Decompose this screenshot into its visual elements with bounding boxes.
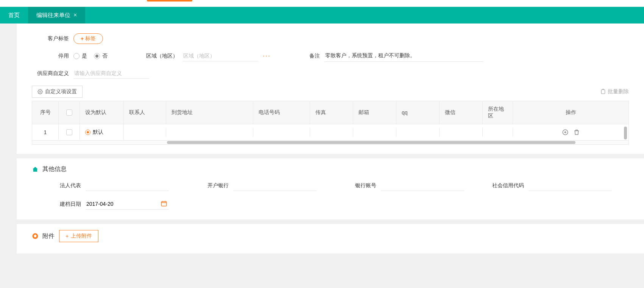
radio-yes-label: 是 xyxy=(82,53,87,59)
cell-phone[interactable] xyxy=(253,128,310,137)
upload-label: 上传附件 xyxy=(71,233,92,239)
cell-qq[interactable] xyxy=(396,128,440,137)
horizontal-scrollbar-track[interactable] xyxy=(32,141,628,144)
region-input[interactable] xyxy=(182,50,258,61)
created-date-input[interactable] xyxy=(86,199,169,210)
tab-home-label: 首页 xyxy=(8,12,20,19)
bulk-delete-icon xyxy=(600,89,606,95)
tab-home[interactable]: 首页 xyxy=(0,7,28,23)
calendar-icon[interactable] xyxy=(161,200,167,207)
svg-rect-1 xyxy=(601,90,605,94)
cell-loc[interactable] xyxy=(483,128,513,137)
col-loc: 所在地区 xyxy=(483,101,513,124)
custom-setting-button[interactable]: 自定义项设置 xyxy=(32,86,83,98)
region-label: 区域（地区） xyxy=(141,53,178,59)
delete-row-icon[interactable] xyxy=(573,129,580,136)
region-more-icon[interactable]: ··· xyxy=(263,52,271,60)
default-radio[interactable]: 默认 xyxy=(85,129,103,136)
credit-label: 社会信用代码 xyxy=(487,182,524,189)
cell-wechat[interactable] xyxy=(440,128,483,137)
add-tag-button[interactable]: + 标签 xyxy=(73,33,103,44)
attachment-title: 附件 xyxy=(42,232,55,240)
upload-attachment-button[interactable]: + 上传附件 xyxy=(59,230,98,242)
remark-label: 备注 xyxy=(297,53,320,59)
svg-rect-3 xyxy=(161,202,167,206)
close-icon[interactable]: × xyxy=(73,12,77,19)
cell-addr[interactable] xyxy=(166,128,253,137)
row-checkbox[interactable] xyxy=(66,129,72,135)
disable-no-radio[interactable]: 否 xyxy=(94,53,108,59)
created-date-label: 建档日期 xyxy=(44,201,81,208)
col-contact: 联系人 xyxy=(124,101,166,124)
table-row: 1 默认 xyxy=(32,124,628,141)
disable-yes-radio[interactable]: 是 xyxy=(73,53,87,59)
tab-edit-partner[interactable]: 编辑往来单位 × xyxy=(28,7,85,23)
legal-label: 法人代表 xyxy=(44,182,81,189)
house-icon xyxy=(32,166,39,173)
col-fax: 传真 xyxy=(310,101,353,124)
bank-label: 开户银行 xyxy=(192,182,229,189)
add-tag-text: 标签 xyxy=(85,35,96,42)
col-wechat: 微信 xyxy=(440,101,483,124)
remark-value[interactable]: 零散客户，系统预置，租户不可删除。 xyxy=(324,50,483,62)
cell-ops xyxy=(513,124,628,140)
cell-mail[interactable] xyxy=(353,128,396,137)
tab-edit-label: 编辑往来单位 xyxy=(36,12,70,19)
col-check xyxy=(59,101,80,124)
supplier-custom-label: 供应商自定义 xyxy=(32,70,69,77)
col-qq: qq xyxy=(396,101,440,124)
top-accent-bar xyxy=(147,0,192,2)
disable-label: 停用 xyxy=(32,53,69,59)
vertical-scrollbar[interactable] xyxy=(624,127,627,139)
cell-seq: 1 xyxy=(32,125,59,140)
credit-input[interactable] xyxy=(529,180,612,191)
attachment-panel: 附件 + 上传附件 xyxy=(17,224,644,254)
cell-contact[interactable] xyxy=(124,128,166,137)
account-label: 银行账号 xyxy=(339,182,376,189)
bank-input[interactable] xyxy=(233,180,317,191)
account-input[interactable] xyxy=(381,180,464,191)
cell-default: 默认 xyxy=(80,124,124,140)
other-info-title: 其他信息 xyxy=(42,165,67,173)
col-mail: 邮箱 xyxy=(353,101,396,124)
tabbar: 首页 编辑往来单位 × xyxy=(0,7,644,23)
radio-no-label: 否 xyxy=(102,53,108,59)
table-header: 序号 设为默认 联系人 到货地址 电话号码 传真 邮箱 qq 微信 所在地区 操… xyxy=(32,101,628,124)
page: 客户标签 + 标签 停用 是 否 区域（地区） ··· 备注 xyxy=(17,23,644,254)
cell-fax[interactable] xyxy=(310,128,353,137)
customer-tag-label: 客户标签 xyxy=(32,35,69,42)
col-seq: 序号 xyxy=(32,101,59,124)
cell-check xyxy=(59,125,80,140)
legal-input[interactable] xyxy=(86,180,169,191)
main-panel: 客户标签 + 标签 停用 是 否 区域（地区） ··· 备注 xyxy=(17,23,644,154)
default-radio-label: 默认 xyxy=(93,129,103,136)
add-row-icon[interactable] xyxy=(562,129,569,136)
col-ops: 操作 xyxy=(513,101,628,124)
gear-icon xyxy=(37,89,43,94)
top-strip xyxy=(0,0,644,7)
custom-setting-label: 自定义项设置 xyxy=(45,88,77,95)
col-addr: 到货地址 xyxy=(166,101,253,124)
plus-icon: + xyxy=(65,233,69,239)
bulk-delete-label: 批量删除 xyxy=(608,88,629,95)
horizontal-scrollbar-thumb[interactable] xyxy=(167,141,575,144)
bulk-delete-button[interactable]: 批量删除 xyxy=(600,88,629,95)
attachment-section-icon xyxy=(32,233,39,239)
plus-icon: + xyxy=(81,36,84,42)
col-phone: 电话号码 xyxy=(253,101,310,124)
svg-point-0 xyxy=(39,91,41,92)
other-info-panel: 其他信息 法人代表 开户银行 银行账号 社会信用代码 建档日期 xyxy=(17,158,644,219)
supplier-custom-input[interactable] xyxy=(73,68,149,79)
col-default: 设为默认 xyxy=(80,101,124,124)
contacts-table: 序号 设为默认 联系人 到货地址 电话号码 传真 邮箱 qq 微信 所在地区 操… xyxy=(32,101,629,145)
header-checkbox[interactable] xyxy=(66,110,72,116)
